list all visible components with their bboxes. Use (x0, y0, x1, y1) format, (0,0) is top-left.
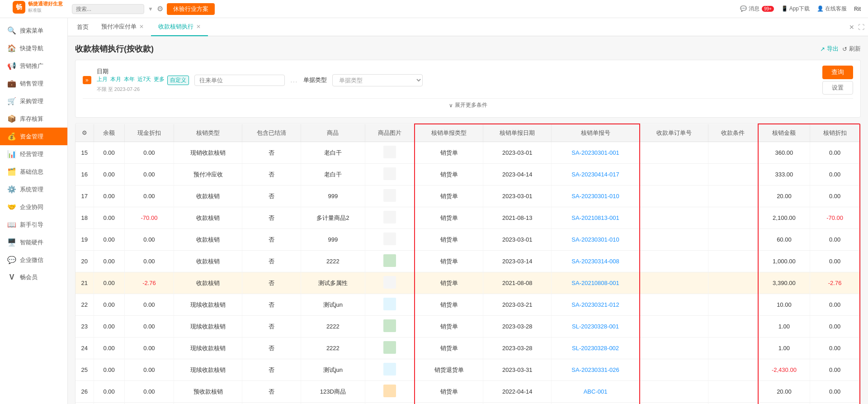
bill-type-select[interactable]: 单据类型 (332, 74, 423, 86)
sidebar-item-wechat[interactable]: 💬 企业微信 (0, 251, 67, 269)
solution-button[interactable]: 休验行业方案 (167, 3, 215, 15)
bill-no-link[interactable]: SA-20230331-026 (571, 366, 619, 373)
message-link[interactable]: 💬 消息 99+ (740, 5, 774, 13)
table-row: 26 0.00 0.00 预收款核销 否 123D商品 销货单 2022-04-… (75, 381, 860, 403)
th-bill-report-type: 核销单报类型 (415, 124, 483, 142)
guide-icon: 📖 (7, 220, 16, 229)
cell-bill-report-type: 销货单 (415, 337, 483, 359)
cell-writeoff-type: 收款核销 (174, 207, 242, 229)
settings-button[interactable]: 设置 (822, 81, 853, 95)
sidebar-item-base[interactable]: 🗂️ 基础信息 (0, 163, 67, 181)
date-this-month[interactable]: 本月 (110, 76, 121, 85)
date-custom[interactable]: 自定义 (167, 76, 189, 85)
table-row: 25 0.00 0.00 现续收款核销 否 测试jun 销货退货单 2023-0… (75, 359, 860, 381)
filter-dots: ... (290, 77, 298, 84)
date-7days[interactable]: 近7天 (137, 76, 151, 85)
sidebar-item-guide[interactable]: 📖 新手引导 (0, 216, 67, 233)
sidebar-item-system[interactable]: ⚙️ 系统管理 (0, 181, 67, 198)
tab-bar: 首页 预付冲应付单 ✕ 收款核销执行 ✕ ✕ ⛶ (68, 18, 868, 36)
tab-writeoff[interactable]: 收款核销执行 ✕ (151, 18, 208, 36)
th-bill-date: 核销单报日期 (483, 124, 552, 142)
cell-receipt-condition (708, 164, 758, 185)
cell-balance: 0.00 (94, 316, 124, 337)
bill-no-link[interactable]: SA-20230321-012 (571, 301, 619, 308)
cell-balance: 0.00 (94, 294, 124, 316)
cell-receipt-order (640, 294, 708, 316)
cell-balance: 0.00 (94, 251, 124, 272)
close-window-icon[interactable]: ✕ (849, 24, 854, 31)
sidebar-item-finance[interactable]: 💰 资金管理 (0, 128, 67, 145)
cell-row-id: 24 (75, 337, 94, 359)
date-last-month[interactable]: 上月 (97, 76, 108, 85)
tab-home[interactable]: 首页 (71, 23, 94, 31)
filter-expand-btn[interactable]: » (83, 76, 91, 84)
tab-prepay-close[interactable]: ✕ (139, 24, 144, 30)
cell-bill-date: 2023-03-28 (483, 316, 552, 337)
bill-no-link[interactable]: SA-20230414-017 (571, 171, 619, 178)
table-row: 21 0.00 -2.76 收款核销 否 测试多属性 销货单 2021-08-0… (75, 272, 860, 294)
sidebar-item-marketing[interactable]: 📢 营销推广 (0, 57, 67, 75)
cell-writeoff-amount: 100.00 (758, 403, 810, 404)
cell-writeoff-amount: 20.00 (758, 381, 810, 403)
bill-no-link[interactable]: SA-20230301-010 (571, 236, 619, 243)
cell-writeoff-discount: 0.00 (810, 294, 860, 316)
sidebar-item-hardware[interactable]: 🖥️ 智能硬件 (0, 233, 67, 251)
cell-writeoff-discount: 0.00 (810, 359, 860, 381)
chevron-down-icon: ∨ (449, 102, 453, 109)
from-unit-input[interactable] (194, 75, 285, 86)
export-icon: ↗ (820, 46, 825, 52)
sidebar-item-corp[interactable]: 🤝 企业协同 (0, 198, 67, 216)
cell-writeoff-amount: 1.00 (758, 337, 810, 359)
online-service-link[interactable]: 👤 在线客服 (817, 5, 847, 13)
cell-goods: 衣服00001 (301, 403, 365, 404)
bill-no-link[interactable]: SA-20230301-001 (571, 149, 619, 156)
cell-goods-img (365, 294, 415, 316)
sidebar-item-inventory[interactable]: 📦 库存核算 (0, 110, 67, 128)
cell-goods: 老白干 (301, 164, 365, 185)
th-settings[interactable]: ⚙ (75, 124, 94, 142)
bill-no-link[interactable]: SL-20230328-001 (572, 323, 619, 330)
cell-goods: 多计量商品2 (301, 207, 365, 229)
bill-no-link[interactable]: SA-20210813-001 (571, 214, 619, 221)
settings-icon[interactable]: ⚙ (157, 5, 163, 13)
gear-icon[interactable]: ⚙ (82, 129, 87, 136)
cell-include-settled: 否 (242, 142, 301, 164)
app-download-link[interactable]: 📱 App下载 (781, 5, 810, 13)
date-this-year[interactable]: 本年 (124, 76, 135, 85)
bill-no-link[interactable]: ABC-001 (584, 388, 608, 395)
cell-goods: 2222 (301, 251, 365, 272)
top-bar-right: 💬 消息 99+ 📱 App下载 👤 在线客服 Rit (740, 5, 861, 13)
dropdown-arrow[interactable]: ▼ (148, 6, 153, 12)
cell-row-id: 27 (75, 403, 94, 404)
sidebar-item-purchase[interactable]: 🛒 采购管理 (0, 92, 67, 110)
system-icon: ⚙️ (7, 185, 16, 194)
bill-no-link[interactable]: SL-20230328-002 (572, 345, 619, 352)
query-button[interactable]: 查询 (822, 66, 853, 79)
date-more[interactable]: 更多 (154, 76, 165, 85)
bill-no-link[interactable]: SA-20230314-008 (571, 258, 619, 265)
export-button[interactable]: ↗ 导出 (820, 45, 839, 53)
sidebar-item-member[interactable]: V 畅会员 (0, 269, 67, 286)
bill-no-link[interactable]: SA-20210808-001 (571, 280, 619, 286)
cell-receipt-order (640, 272, 708, 294)
sidebar-item-search[interactable]: 🔍 搜索菜单 (0, 22, 67, 39)
cell-bill-no: SA-20230321-012 (552, 294, 640, 316)
sidebar-item-ops[interactable]: 📊 经营管理 (0, 145, 67, 163)
date-options: 上月 本月 本年 近7天 更多 自定义 (97, 76, 189, 85)
tab-writeoff-close[interactable]: ✕ (196, 24, 201, 30)
tab-prepay[interactable]: 预付冲应付单 ✕ (94, 18, 151, 36)
maximize-icon[interactable]: ⛶ (858, 24, 864, 31)
expand-more-bar[interactable]: ∨ 展开更多条件 (83, 98, 853, 112)
sidebar-item-nav[interactable]: 🏠 快捷导航 (0, 39, 67, 57)
cell-bill-report-type: 销货单 (415, 294, 483, 316)
refresh-button[interactable]: ↺ 刷新 (842, 45, 861, 53)
cell-row-id: 20 (75, 251, 94, 272)
top-bar: 畅 畅捷通谱好生意 标准版 ▼ ⚙ 休验行业方案 💬 消息 99+ 📱 App下… (0, 0, 868, 18)
sidebar-label-finance: 资金管理 (20, 133, 43, 141)
sidebar-label-corp: 企业协同 (20, 203, 43, 211)
bill-no-link[interactable]: SA-20230301-010 (571, 193, 619, 200)
cell-row-id: 16 (75, 164, 94, 185)
search-input[interactable] (72, 4, 144, 14)
sidebar-item-sales[interactable]: 💼 销售管理 (0, 75, 67, 92)
cell-balance: 0.00 (94, 381, 124, 403)
